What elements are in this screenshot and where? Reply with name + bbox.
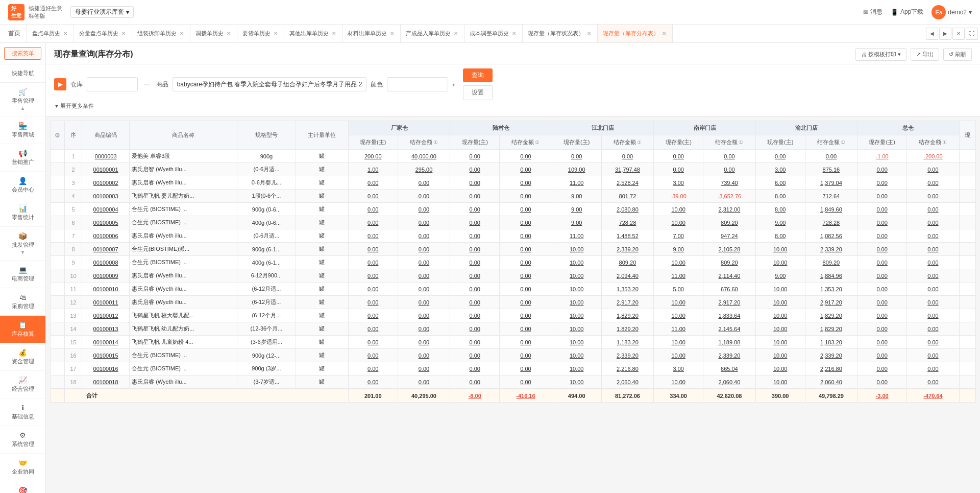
sidebar-item-retail-stats[interactable]: 📊 零售统计 [0,199,45,227]
row-jiangbei-qty[interactable]: 10.00 [552,269,601,283]
row-lucun-amt[interactable]: 0.00 [500,349,552,362]
row-lucun-qty[interactable]: 0.00 [450,243,500,256]
tab-close[interactable]: ✕ [179,30,185,37]
row-changjia-amt[interactable]: 0.00 [398,349,450,362]
filter-toggle-btn[interactable]: ▶ [54,78,66,90]
row-nanan-amt[interactable]: 2,917.20 [703,296,756,309]
row-zongcang-amt[interactable]: 0.00 [907,362,960,375]
row-jiangbei-qty[interactable]: 11.00 [552,229,601,243]
row-code[interactable]: 00100005 [82,216,130,229]
sidebar-item-retail-mgmt[interactable]: 🛒 零售管理 ▲ [0,83,45,116]
row-jiangbei-qty[interactable]: 0.00 [552,150,601,163]
sidebar-item-purchase[interactable]: 🛍 采购管理 [0,288,45,316]
row-jiangbei-amt[interactable]: 1,829.20 [601,309,654,322]
sidebar-item-marketing[interactable]: 📢 营销推广 [0,144,45,172]
row-nanan-qty[interactable]: 11.00 [654,322,703,336]
row-settings[interactable] [51,362,65,375]
row-nanan-amt[interactable]: 1,833.64 [703,309,756,322]
row-yubei-qty[interactable]: 10.00 [755,375,805,389]
row-yubei-qty[interactable]: 10.00 [755,256,805,269]
row-yubei-qty[interactable]: 10.00 [755,362,805,375]
info-icon[interactable]: ① [535,139,540,145]
row-nanan-qty[interactable]: 10.00 [654,203,703,216]
row-yubei-qty[interactable]: 10.00 [755,349,805,362]
row-changjia-qty[interactable]: 0.00 [348,309,398,322]
row-zongcang-qty[interactable]: 0.00 [857,190,907,203]
row-changjia-amt[interactable]: 0.00 [398,269,450,283]
row-settings[interactable] [51,150,65,163]
quick-nav-btn[interactable]: 快捷导航 [0,66,45,80]
row-zongcang-qty[interactable]: 0.00 [857,163,907,176]
row-zongcang-qty[interactable]: -1.00 [857,150,907,163]
sidebar-item-system[interactable]: ⚙ 系统管理 [0,426,45,454]
row-nanan-amt[interactable]: 1,189.88 [703,336,756,349]
row-yubei-amt[interactable]: 1,849.60 [805,203,857,216]
row-nanan-qty[interactable]: 11.00 [654,269,703,283]
tab-prev-btn[interactable]: ◀ [926,28,938,40]
row-settings[interactable] [51,203,65,216]
refresh-btn[interactable]: ↺ 刷新 [943,48,972,61]
product-input[interactable] [173,77,366,91]
row-yubei-amt[interactable]: 1,183.20 [805,336,857,349]
row-yubei-qty[interactable]: 8.00 [755,190,805,203]
row-zongcang-qty[interactable]: 0.00 [857,362,907,375]
row-jiangbei-amt[interactable]: 2,216.80 [601,362,654,375]
tab-close[interactable]: ✕ [120,30,127,37]
settings-btn[interactable]: 设置 [463,85,493,100]
row-nanan-amt[interactable]: 665.04 [703,362,756,375]
row-jiangbei-amt[interactable]: 801.72 [601,190,654,203]
row-zongcang-amt[interactable]: 0.00 [907,243,960,256]
row-settings[interactable] [51,243,65,256]
row-yubei-amt[interactable]: 1,353.20 [805,283,857,296]
info-icon[interactable]: ① [637,139,642,145]
row-nanan-amt[interactable]: 947.24 [703,229,756,243]
row-changjia-amt[interactable]: 0.00 [398,243,450,256]
row-jiangbei-qty[interactable]: 9.00 [552,190,601,203]
row-settings[interactable] [51,375,65,389]
row-lucun-qty[interactable]: 0.00 [450,176,500,190]
row-jiangbei-amt[interactable]: 1,488.52 [601,229,654,243]
sidebar-item-wholesale[interactable]: 📦 批发管理 ▼ [0,227,45,261]
row-changjia-amt[interactable]: 0.00 [398,216,450,229]
row-jiangbei-amt[interactable]: 2,080.80 [601,203,654,216]
row-code[interactable]: 00100001 [82,163,130,176]
row-zongcang-amt[interactable]: 0.00 [907,216,960,229]
row-changjia-qty[interactable]: 0.00 [348,216,398,229]
row-lucun-qty[interactable]: 0.00 [450,283,500,296]
row-changjia-qty[interactable]: 0.00 [348,269,398,283]
row-changjia-qty[interactable]: 200.00 [348,150,398,163]
row-changjia-qty[interactable]: 0.00 [348,176,398,190]
row-yubei-qty[interactable]: 10.00 [755,243,805,256]
row-lucun-qty[interactable]: 0.00 [450,349,500,362]
row-changjia-qty[interactable]: 0.00 [348,203,398,216]
info-icon[interactable]: ① [942,139,947,145]
row-jiangbei-qty[interactable]: 10.00 [552,375,601,389]
row-lucun-qty[interactable]: 0.00 [450,309,500,322]
row-yubei-qty[interactable]: 10.00 [755,309,805,322]
row-settings[interactable] [51,190,65,203]
row-nanan-qty[interactable]: 10.00 [654,296,703,309]
row-nanan-qty[interactable]: 0.00 [654,163,703,176]
warehouse-dots[interactable]: ··· [142,80,152,88]
row-yubei-amt[interactable]: 2,917.20 [805,296,857,309]
row-zongcang-amt[interactable]: 0.00 [907,283,960,296]
row-code[interactable]: 00100018 [82,375,130,389]
user-menu[interactable]: Ea demo2 ▾ [932,5,972,19]
row-lucun-qty[interactable]: 0.00 [450,375,500,389]
row-jiangbei-qty[interactable]: 10.00 [552,362,601,375]
row-nanan-amt[interactable]: -3,652.76 [703,190,756,203]
row-settings[interactable] [51,256,65,269]
row-jiangbei-amt[interactable]: 2,339.20 [601,243,654,256]
row-settings[interactable] [51,216,65,229]
row-zongcang-qty[interactable]: 0.00 [857,322,907,336]
row-zongcang-amt[interactable]: 0.00 [907,322,960,336]
row-nanan-qty[interactable]: 7.00 [654,229,703,243]
row-lucun-amt[interactable]: 0.00 [500,203,552,216]
sidebar-item-inventory[interactable]: 📋 库存核算 [0,316,45,343]
row-code[interactable]: 00100007 [82,243,130,256]
warehouse-input[interactable] [87,77,138,91]
row-lucun-qty[interactable]: 0.00 [450,203,500,216]
row-zongcang-qty[interactable]: 0.00 [857,269,907,283]
tab-chengben[interactable]: 成本调整单历史 ✕ [464,25,523,43]
row-yubei-qty[interactable]: 10.00 [755,336,805,349]
